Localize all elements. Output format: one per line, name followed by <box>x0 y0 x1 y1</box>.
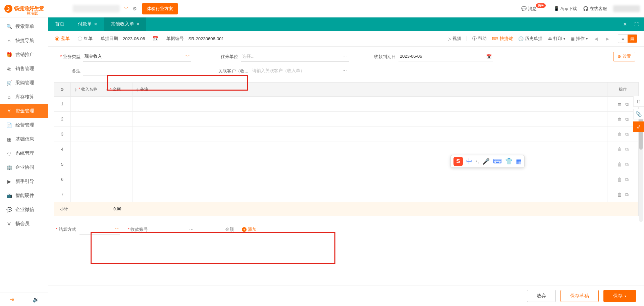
remark-input[interactable] <box>83 66 191 76</box>
delete-row-icon[interactable]: 🗑 <box>617 101 622 107</box>
related-customer-input[interactable]: 请输入关联客户（收入单） ⋯ <box>251 66 349 76</box>
settle-account-select[interactable]: ⋯ <box>151 225 195 234</box>
sidebar-item-4[interactable]: 🛒采购管理 <box>0 76 48 90</box>
cell-note[interactable] <box>132 112 607 126</box>
ime-lang[interactable]: 中 <box>466 157 472 165</box>
sidebar-item-0[interactable]: 🔍搜索菜单 <box>0 19 48 34</box>
tab-close-all-icon[interactable]: ✕ <box>621 20 629 29</box>
doc-date-value[interactable]: 2023-06-06 <box>123 36 145 41</box>
table-row[interactable]: 3🗑⧉ <box>54 127 638 142</box>
sidebar-item-6[interactable]: ¥资金管理 <box>0 104 48 118</box>
copy-row-icon[interactable]: ⧉ <box>625 147 629 152</box>
cell-name[interactable] <box>71 142 102 157</box>
table-row[interactable]: 1🗑⧉ <box>54 97 638 112</box>
ime-toolbox-icon[interactable]: ▦ <box>516 158 522 165</box>
sidebar-item-2[interactable]: 🎁营销推广 <box>0 48 48 62</box>
cell-note[interactable] <box>132 172 607 187</box>
rail-expand-icon[interactable]: ⤢ <box>633 121 644 132</box>
messages-link[interactable]: 💬 消息 99+ <box>521 6 548 12</box>
cell-amount[interactable] <box>102 187 132 202</box>
table-row[interactable]: 4🗑⧉ <box>54 142 638 157</box>
delete-row-icon[interactable]: 🗑 <box>617 132 622 137</box>
settle-amount-input[interactable] <box>198 225 235 234</box>
copy-row-icon[interactable]: ⧉ <box>625 177 629 183</box>
sidebar-sound-icon[interactable]: 🔉 <box>24 293 48 306</box>
cell-note[interactable] <box>132 142 607 157</box>
delete-row-icon[interactable]: 🗑 <box>617 147 622 152</box>
cell-note[interactable] <box>132 97 607 111</box>
col-note[interactable]: ▲▼备注 <box>132 83 607 96</box>
video-link[interactable]: ▷视频 <box>448 36 461 42</box>
customer-service-link[interactable]: 🎧 在线客服 <box>583 6 607 12</box>
more-icon[interactable]: ⋯ <box>342 53 347 59</box>
calendar-icon[interactable]: 📅 <box>153 36 158 41</box>
settings-button[interactable]: ⚙设置 <box>613 52 635 61</box>
ime-keyboard-icon[interactable]: ⌨ <box>493 158 502 165</box>
rail-note-icon[interactable]: 🗒 <box>633 96 644 107</box>
app-download-link[interactable]: 📱 App下载 <box>554 6 577 12</box>
copy-row-icon[interactable]: ⧉ <box>625 101 629 107</box>
settings-gear-icon[interactable]: ⚙ <box>132 6 137 12</box>
more-icon[interactable]: ⋯ <box>342 68 347 74</box>
view-form-icon[interactable]: ▤ <box>628 35 637 43</box>
rail-attach-icon[interactable]: 📎 <box>633 109 644 119</box>
help-link[interactable]: ⓘ帮助 <box>472 36 487 42</box>
cell-name[interactable] <box>71 97 102 111</box>
delete-row-icon[interactable]: 🗑 <box>617 162 622 167</box>
calendar-icon[interactable]: 📅 <box>486 54 492 59</box>
delete-row-icon[interactable]: 🗑 <box>617 192 622 197</box>
tab-0[interactable]: 首页 <box>48 17 71 31</box>
ime-skin-icon[interactable]: 👕 <box>505 158 513 165</box>
cell-name[interactable] <box>71 127 102 142</box>
shortcut-link[interactable]: ⌨快捷键 <box>492 36 513 42</box>
sidebar-collapse-icon[interactable]: ⇥ <box>0 293 24 306</box>
sidebar-item-10[interactable]: 🏢企业协同 <box>0 160 48 174</box>
copy-row-icon[interactable]: ⧉ <box>625 132 629 137</box>
ime-punct-icon[interactable]: •, <box>476 158 479 164</box>
cell-amount[interactable] <box>102 172 132 187</box>
cell-name[interactable] <box>71 172 102 187</box>
save-button[interactable]: 保存▾ <box>603 290 636 302</box>
settle-method-select[interactable]: ﹀ <box>79 224 120 235</box>
table-row[interactable]: 2🗑⧉ <box>54 112 638 127</box>
sidebar-item-9[interactable]: ◌系统管理 <box>0 146 48 160</box>
tab-2[interactable]: 其他收入单✕ <box>104 17 146 31</box>
radio-red[interactable]: 红单 <box>78 36 93 42</box>
sidebar-item-3[interactable]: 🛍销售管理 <box>0 62 48 76</box>
tab-1[interactable]: 付款单✕ <box>71 17 104 31</box>
cell-note[interactable] <box>132 127 607 142</box>
sidebar-item-1[interactable]: ⌂快捷导航 <box>0 34 48 48</box>
tab-fullscreen-icon[interactable]: ⛶ <box>632 20 641 29</box>
more-icon[interactable]: ⋯ <box>189 227 194 232</box>
delete-row-icon[interactable]: 🗑 <box>617 116 622 122</box>
cell-note[interactable] <box>132 187 607 202</box>
discard-button[interactable]: 放弃 <box>527 290 556 302</box>
ime-toolbar[interactable]: S 中 •, 🎤 ⌨ 👕 ▦ <box>450 155 525 168</box>
table-row[interactable]: 6🗑⧉ <box>54 172 638 187</box>
due-date-input[interactable]: 2023-06-06 📅 <box>398 52 493 61</box>
sidebar-item-7[interactable]: 📄经营管理 <box>0 118 48 132</box>
history-link[interactable]: 🕓历史单据 <box>518 36 542 42</box>
copy-row-icon[interactable]: ⧉ <box>625 162 629 167</box>
next-doc-icon[interactable]: ▶ <box>604 36 610 41</box>
col-income-name[interactable]: ▲▼收入名称 <box>71 83 102 96</box>
cell-amount[interactable] <box>102 97 132 111</box>
trial-button[interactable]: 体验行业方案 <box>142 3 178 14</box>
cell-amount[interactable] <box>102 127 132 142</box>
grid-config-icon[interactable]: ⚙ <box>54 83 71 96</box>
cell-note[interactable] <box>132 157 607 172</box>
col-amount[interactable]: ▲▼金额 <box>102 83 132 96</box>
company-selector[interactable] <box>73 5 120 12</box>
ops-link[interactable]: ▦操作▾ <box>571 36 588 42</box>
close-icon[interactable]: ✕ <box>136 22 140 27</box>
party-select[interactable]: 选择... ⋯ <box>241 51 349 62</box>
cell-name[interactable] <box>71 112 102 126</box>
add-settlement-button[interactable]: +添加 <box>242 226 257 233</box>
delete-row-icon[interactable]: 🗑 <box>617 177 622 182</box>
close-icon[interactable]: ✕ <box>94 22 97 27</box>
radio-blue[interactable]: 蓝单 <box>55 36 70 42</box>
company-caret-icon[interactable]: ﹀ <box>124 6 128 12</box>
biz-type-select[interactable]: 现金收入 ﹀ <box>83 51 191 62</box>
sidebar-item-12[interactable]: 📺智能硬件 <box>0 189 48 203</box>
copy-row-icon[interactable]: ⧉ <box>625 192 629 198</box>
